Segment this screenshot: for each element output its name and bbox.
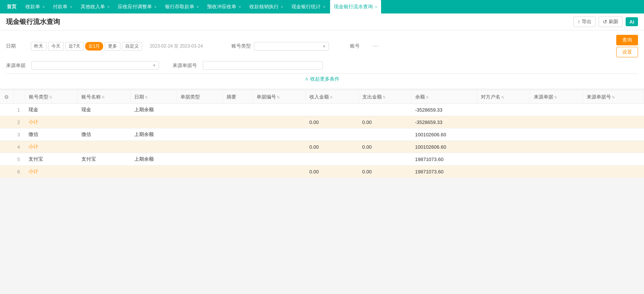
cell-account_type: 微信 — [25, 128, 78, 141]
tab-label: 现金银行流水查询 — [334, 3, 373, 10]
cell-account_type: 小计 — [25, 116, 78, 128]
col-header-balance[interactable]: 余额⇅ — [411, 91, 477, 104]
tab-close-icon[interactable]: × — [107, 4, 110, 9]
cell-summary — [223, 166, 253, 178]
date-buttons: 昨天今天近7天近1月更多自定义 — [31, 42, 142, 51]
cell-date — [131, 166, 176, 178]
tab-close-icon[interactable]: × — [375, 4, 377, 9]
col-header-account_type[interactable]: 账号类型⇅ — [25, 91, 78, 104]
cell-doc_type — [176, 104, 223, 116]
tab-close-icon[interactable]: × — [197, 4, 199, 9]
col-label-doc_no: 单据编号 — [257, 94, 276, 100]
sort-icon-account_type: ⇅ — [49, 95, 52, 99]
cell-income — [306, 128, 359, 141]
tab-close-icon[interactable]: × — [42, 4, 45, 9]
cell-date — [131, 141, 176, 153]
cell-source_doc_no — [582, 153, 644, 166]
date-option-更多[interactable]: 更多 — [105, 42, 120, 51]
cell-gear — [0, 166, 14, 178]
col-label-counterparty: 对方户名 — [481, 94, 500, 100]
nav-tab-应收应付调整单[interactable]: 应收应付调整单× — [114, 0, 160, 13]
tab-close-icon[interactable]: × — [239, 4, 241, 9]
cell-doc_type — [176, 166, 223, 178]
gear-icon[interactable]: ⚙ — [4, 94, 9, 100]
col-label-balance: 余额 — [415, 94, 425, 100]
tab-close-icon[interactable]: × — [70, 4, 72, 9]
account-type-select[interactable]: ▾ — [254, 42, 329, 51]
cell-source_doc_no — [582, 166, 644, 178]
date-label: 日期 — [6, 43, 25, 49]
cell-date — [131, 116, 176, 128]
settings-button[interactable]: 设置 — [616, 47, 638, 57]
cell-summary — [223, 116, 253, 128]
date-option-自定义[interactable]: 自定义 — [122, 42, 142, 51]
date-option-今天[interactable]: 今天 — [48, 42, 64, 51]
nav-tab-预收冲应收单[interactable]: 预收冲应收单× — [203, 0, 245, 13]
cell-balance: -3528659.33 — [411, 104, 477, 116]
table-row: 2小计0.000.00-3528659.33 — [0, 116, 644, 128]
account-label: 账号 — [350, 43, 369, 49]
col-header-source_doc[interactable]: 来源单据⇅ — [530, 91, 583, 104]
ai-badge[interactable]: Ai — [626, 17, 638, 26]
col-header-expense[interactable]: 支出金额⇅ — [359, 91, 411, 104]
col-header-counterparty[interactable]: 对方户名⇅ — [477, 91, 530, 104]
filter-actions: 查询 设置 — [616, 35, 638, 57]
date-option-近1月[interactable]: 近1月 — [85, 42, 104, 51]
table-row: 5支付宝支付宝上期余额19871073.60 — [0, 153, 644, 166]
col-header-account_name[interactable]: 账号名称⇅ — [78, 91, 131, 104]
tab-label: 其他收入单 — [81, 3, 105, 10]
cell-source_doc — [530, 141, 583, 153]
cell-doc_type — [176, 116, 223, 128]
nav-tab-现金银行统计[interactable]: 现金银行统计× — [288, 0, 329, 13]
cell-expense — [359, 104, 411, 116]
cell-row_num: 4 — [14, 141, 25, 153]
sort-icon-expense: ⇅ — [383, 95, 386, 99]
col-header-date[interactable]: 日期⇅ — [131, 91, 176, 104]
col-header-doc_no[interactable]: 单据编号⇅ — [253, 91, 306, 104]
cell-counterparty — [477, 166, 530, 178]
col-header-gear: ⚙ — [0, 91, 14, 104]
tab-close-icon[interactable]: × — [154, 4, 156, 9]
cell-income: 0.00 — [306, 166, 359, 178]
export-button[interactable]: ↑ 导出 — [573, 16, 596, 27]
cell-balance: 100102606.60 — [411, 128, 477, 141]
nav-tab-收款单[interactable]: 收款单× — [22, 0, 48, 13]
nav-tab-收款核销执行[interactable]: 收款核销执行× — [246, 0, 287, 13]
cell-gear — [0, 141, 14, 153]
account-type-label: 账号类型 — [231, 43, 251, 49]
cell-date: 上期余额 — [131, 153, 176, 166]
collapse-bar[interactable]: ∧ 收起更多条件 — [6, 73, 638, 84]
account-dots-button[interactable]: ··· — [372, 42, 380, 50]
tab-label: 预收冲应收单 — [207, 3, 236, 10]
nav-tab-其他收入单[interactable]: 其他收入单× — [77, 0, 113, 13]
cell-account_type: 现金 — [25, 104, 78, 116]
cell-doc_no — [253, 141, 306, 153]
sort-icon-source_doc_no: ⇅ — [612, 95, 615, 99]
cell-doc_no — [253, 128, 306, 141]
col-header-income[interactable]: 收入金额⇅ — [306, 91, 359, 104]
date-option-近7天[interactable]: 近7天 — [65, 42, 84, 51]
refresh-button[interactable]: ↺ 刷新 — [599, 16, 623, 27]
date-option-昨天[interactable]: 昨天 — [31, 42, 47, 51]
date-range-text: 2023-02-24 至 2023-03-24 — [150, 43, 203, 49]
filter-area: 日期 昨天今天近7天近1月更多自定义 2023-02-24 至 2023-03-… — [0, 30, 644, 89]
nav-tab-现金银行流水查询[interactable]: 现金银行流水查询× — [330, 0, 381, 13]
tab-close-icon[interactable]: × — [281, 4, 283, 9]
query-button[interactable]: 查询 — [616, 35, 638, 45]
cell-source_doc — [530, 104, 583, 116]
nav-tab-付款单[interactable]: 付款单× — [49, 0, 76, 13]
cell-row_num: 6 — [14, 166, 25, 178]
source-doc-select[interactable]: ▾ — [32, 61, 159, 70]
nav-tab-银行存取款单[interactable]: 银行存取款单× — [161, 0, 203, 13]
tab-close-icon[interactable]: × — [323, 4, 325, 9]
source-doc-no-input[interactable] — [203, 61, 323, 70]
cell-date: 上期余额 — [131, 128, 176, 141]
table-row: 6小计0.000.0019871073.60 — [0, 166, 644, 178]
cell-summary — [223, 128, 253, 141]
col-header-source_doc_no[interactable]: 来源单据号⇅ — [582, 91, 644, 104]
cell-account_name: 微信 — [78, 128, 131, 141]
cell-account_name: 现金 — [78, 104, 131, 116]
cell-balance: 100102606.60 — [411, 141, 477, 153]
refresh-label: 刷新 — [609, 18, 618, 25]
nav-home[interactable]: 首页 — [3, 0, 20, 13]
